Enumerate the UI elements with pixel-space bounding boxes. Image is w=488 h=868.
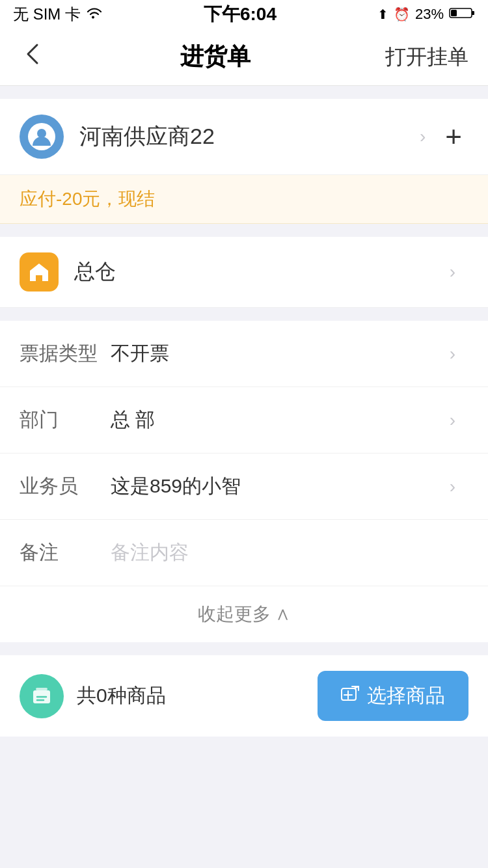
alarm-icon: ⏰: [394, 7, 410, 22]
field-row-remark[interactable]: 备注 备注内容: [0, 520, 488, 586]
warehouse-icon: [20, 252, 59, 292]
field-label-department: 部门: [20, 407, 104, 433]
section-divider-3: [0, 308, 488, 321]
supplier-avatar: [20, 115, 64, 159]
field-value-department: 总 部: [104, 407, 450, 433]
content-below: [0, 737, 488, 868]
field-label-salesperson: 业务员: [20, 473, 104, 500]
select-product-button[interactable]: 选择商品: [318, 671, 468, 721]
nav-bar: 进货单 打开挂单: [0, 29, 488, 86]
status-bar: 无 SIM 卡 下午6:04 ⬆ ⏰ 23%: [0, 0, 488, 29]
product-bar: 共0种商品 选择商品: [0, 655, 488, 737]
product-icon: [20, 674, 64, 718]
invoice-type-arrow-icon: ›: [450, 344, 455, 364]
warehouse-name: 总仓: [74, 258, 450, 286]
select-product-label: 选择商品: [367, 683, 445, 709]
info-banner: 应付-20元，现结: [0, 175, 488, 224]
field-label-remark: 备注: [20, 539, 104, 566]
warehouse-row[interactable]: 总仓 ›: [0, 237, 488, 308]
field-value-salesperson: 这是859的小智: [104, 473, 450, 500]
svg-rect-2: [451, 10, 457, 16]
battery-icon: [449, 5, 475, 23]
product-count: 共0种商品: [77, 683, 318, 709]
open-pending-button[interactable]: 打开挂单: [385, 43, 468, 72]
back-button[interactable]: [20, 36, 46, 77]
svg-rect-1: [472, 11, 474, 15]
department-arrow-icon: ›: [450, 410, 455, 431]
battery-label: 23%: [415, 6, 444, 23]
time-label: 下午6:04: [204, 2, 277, 27]
select-icon: [341, 685, 360, 707]
wifi-icon: [86, 5, 103, 23]
field-row-invoice-type[interactable]: 票据类型 不开票 ›: [0, 321, 488, 387]
status-left: 无 SIM 卡: [13, 4, 103, 25]
warehouse-arrow-icon: ›: [450, 262, 455, 282]
carrier-label: 无 SIM 卡: [13, 4, 81, 25]
svg-rect-5: [36, 688, 47, 690]
field-label-invoice-type: 票据类型: [20, 340, 104, 367]
supplier-section: 河南供应商22 › + 应付-20元，现结: [0, 99, 488, 224]
section-divider-4: [0, 642, 488, 655]
warehouse-section: 总仓 ›: [0, 237, 488, 308]
info-text: 应付-20元，现结: [20, 189, 155, 209]
add-supplier-button[interactable]: +: [439, 122, 468, 151]
svg-point-3: [37, 129, 46, 138]
field-row-department[interactable]: 部门 总 部 ›: [0, 387, 488, 454]
page-title: 进货单: [180, 41, 251, 73]
supplier-name: 河南供应商22: [79, 122, 420, 152]
supplier-arrow-icon: ›: [420, 126, 426, 147]
supplier-row[interactable]: 河南供应商22 › +: [0, 99, 488, 175]
section-divider-1: [0, 86, 488, 99]
salesperson-arrow-icon: ›: [450, 476, 455, 497]
collapse-label: 收起更多 ∧: [198, 602, 291, 627]
location-icon: ⬆: [377, 7, 388, 22]
field-row-salesperson[interactable]: 业务员 这是859的小智 ›: [0, 454, 488, 520]
field-placeholder-remark: 备注内容: [104, 539, 468, 566]
section-divider-2: [0, 224, 488, 237]
field-value-invoice-type: 不开票: [104, 340, 450, 367]
collapse-button[interactable]: 收起更多 ∧: [0, 586, 488, 642]
fields-section: 票据类型 不开票 › 部门 总 部 › 业务员 这是859的小智 › 备注 备注…: [0, 321, 488, 642]
status-right: ⬆ ⏰ 23%: [377, 5, 475, 23]
